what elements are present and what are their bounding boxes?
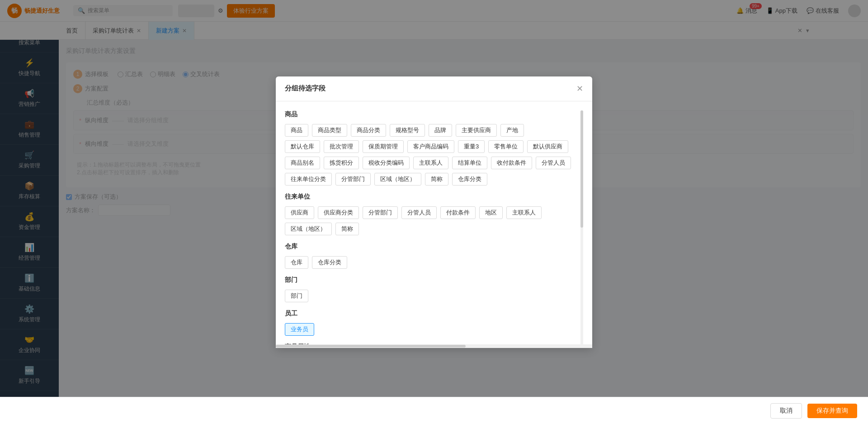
tag-region-partner[interactable]: 区域（地区） xyxy=(285,223,332,235)
tag-settlement-unit[interactable]: 结算单位 xyxy=(452,157,487,169)
dialog-title: 分组待选字段 xyxy=(285,84,326,93)
tag-spec-model[interactable]: 规格型号 xyxy=(390,124,425,137)
tag-area[interactable]: 地区 xyxy=(479,206,503,219)
tag-default-supplier[interactable]: 默认供应商 xyxy=(527,140,568,153)
tag-supplier-cat[interactable]: 供应商分类 xyxy=(318,206,359,219)
tag-grid-goods-4: 往来单位分类 分管部门 区域（地区） 简称 仓库分类 xyxy=(285,173,579,186)
tag-grid-goods: 商品 商品类型 商品分类 规格型号 品牌 主要供应商 产地 xyxy=(285,124,579,137)
section-title-warehouse: 仓库 xyxy=(285,243,579,251)
tag-abbr-goods[interactable]: 简称 xyxy=(425,173,448,186)
tag-batch-mgmt[interactable]: 批次管理 xyxy=(324,140,359,153)
dialog-close-button[interactable]: ✕ xyxy=(576,84,583,94)
field-select-dialog: 分组待选字段 ✕ 商品 商品 商品类型 商品分类 规格型号 品牌 主要供应商 产… xyxy=(276,76,592,348)
tag-grid-warehouse: 仓库 仓库分类 xyxy=(285,256,579,269)
save-query-button[interactable]: 保存并查询 xyxy=(807,404,857,418)
tag-salesperson[interactable]: 业务员 xyxy=(285,323,314,336)
tag-supplier[interactable]: 供应商 xyxy=(285,206,314,219)
dialog-overlay: 分组待选字段 ✕ 商品 商品 商品类型 商品分类 规格型号 品牌 主要供应商 产… xyxy=(0,0,868,424)
tag-warehouse-cat[interactable]: 仓库分类 xyxy=(312,256,347,269)
tag-grid-goods-2: 默认仓库 批次管理 保质期管理 客户商品编码 重量3 零售单位 默认供应商 xyxy=(285,140,579,153)
tag-abbr-partner[interactable]: 简称 xyxy=(335,223,359,235)
dialog-vscrollbar-thumb xyxy=(580,110,583,228)
tag-goods-cat[interactable]: 商品分类 xyxy=(351,124,386,137)
dialog-footer: 取消 保存并查询 xyxy=(0,397,868,424)
tag-payment-cond[interactable]: 付款条件 xyxy=(440,206,476,219)
tag-grid-goods-3: 商品别名 拣货积分 税收分类编码 主联系人 结算单位 收付款条件 分管人员 xyxy=(285,157,579,169)
tag-region-goods[interactable]: 区域（地区） xyxy=(374,173,421,186)
tag-grid-partner-2: 区域（地区） 简称 xyxy=(285,223,579,235)
tag-goods-alias[interactable]: 商品别名 xyxy=(285,157,320,169)
tag-payment-terms[interactable]: 收付款条件 xyxy=(491,157,532,169)
tag-default-warehouse[interactable]: 默认仓库 xyxy=(285,140,320,153)
tag-grid-partner: 供应商 供应商分类 分管部门 分管人员 付款条件 地区 主联系人 xyxy=(285,206,579,219)
tag-wh-cat[interactable]: 仓库分类 xyxy=(452,173,487,186)
tag-main-contact[interactable]: 主联系人 xyxy=(506,206,542,219)
tag-main-supplier[interactable]: 主要供应商 xyxy=(456,124,497,137)
section-title-staff: 员工 xyxy=(285,310,579,318)
dialog-vscrollbar[interactable] xyxy=(580,110,583,344)
tag-customer-code[interactable]: 客户商品编码 xyxy=(407,140,454,153)
section-title-partner: 往来单位 xyxy=(285,193,579,201)
tag-dept[interactable]: 部门 xyxy=(285,290,308,302)
tag-tax-code[interactable]: 税收分类编码 xyxy=(363,157,410,169)
tag-weight[interactable]: 重量3 xyxy=(458,140,485,153)
tag-dept-mgmt[interactable]: 分管部门 xyxy=(363,206,398,219)
tag-pick-points[interactable]: 拣货积分 xyxy=(324,157,359,169)
cancel-button[interactable]: 取消 xyxy=(770,403,802,419)
tag-goods-type[interactable]: 商品类型 xyxy=(312,124,347,137)
tag-goods[interactable]: 商品 xyxy=(285,124,308,137)
tag-brand[interactable]: 品牌 xyxy=(429,124,452,137)
tag-dept-person[interactable]: 分管人员 xyxy=(401,206,437,219)
dialog-body[interactable]: 商品 商品 商品类型 商品分类 规格型号 品牌 主要供应商 产地 默认仓库 批次… xyxy=(276,101,592,344)
tag-contact-person[interactable]: 主联系人 xyxy=(413,157,448,169)
tag-retail-unit[interactable]: 零售单位 xyxy=(488,140,524,153)
tag-expiry-mgmt[interactable]: 保质期管理 xyxy=(363,140,404,153)
tag-dept-mgr[interactable]: 分管部门 xyxy=(335,173,371,186)
tag-partner-cat[interactable]: 往来单位分类 xyxy=(285,173,332,186)
section-title-goods: 商品 xyxy=(285,110,579,119)
tag-grid-dept: 部门 xyxy=(285,290,579,302)
section-title-dept: 部门 xyxy=(285,276,579,284)
tag-origin[interactable]: 产地 xyxy=(500,124,524,137)
tag-supervisor[interactable]: 分管人员 xyxy=(536,157,571,169)
dialog-header: 分组待选字段 ✕ xyxy=(276,76,592,101)
tag-warehouse[interactable]: 仓库 xyxy=(285,256,308,269)
dialog-hscrollbar[interactable] xyxy=(276,344,592,348)
dialog-hscrollbar-thumb xyxy=(276,345,466,348)
tag-grid-staff: 业务员 xyxy=(285,323,579,336)
